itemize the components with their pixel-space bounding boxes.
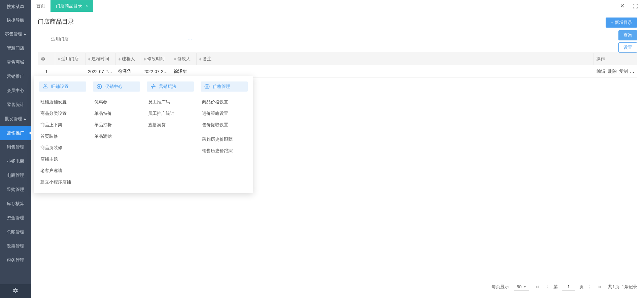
sidebar-quick-nav[interactable]: 快捷导航 (0, 13, 31, 27)
sidebar-funds[interactable]: 资金管理 (0, 211, 31, 225)
sort-icon (58, 58, 60, 61)
table-row[interactable]: 1 2022-07-27 11: 徐泽华 2022-07-27 11: 徐泽华 … (38, 65, 637, 78)
sidebar-inventory[interactable]: 库存核算 (0, 197, 31, 211)
popover-item[interactable]: 单品满赠 (93, 131, 140, 142)
ellipsis-icon[interactable]: ⋯ (188, 36, 193, 42)
fullscreen-button[interactable] (629, 1, 641, 11)
fullscreen-icon (633, 3, 638, 9)
popover-item[interactable]: 单品特价 (93, 108, 140, 119)
table-container: 适用门店 建档时间 建档人 修改时间 修改人 备注 操作 1 2022-07-2… (38, 53, 637, 78)
popover-item[interactable]: 售价提取设置 (201, 119, 248, 131)
sidebar-footer-settings[interactable] (0, 284, 31, 298)
op-del[interactable]: 删除 (608, 69, 617, 74)
op-copy[interactable]: 复制 (619, 69, 628, 74)
sidebar: 搜索菜单 快捷导航 零售管理 智慧门店 零售商城 营销推广 会员中心 零售统计 … (0, 0, 31, 298)
popover-item[interactable]: 直播卖货 (147, 119, 194, 131)
sort-icon (88, 58, 90, 61)
th-modify-time[interactable]: 修改时间 (141, 53, 171, 65)
th-modifier[interactable]: 修改人 (171, 53, 196, 65)
popover-item[interactable]: 优惠券 (93, 96, 140, 108)
popover-item[interactable]: 销售历史价跟踪 (201, 145, 248, 157)
popover-header-label: 旺铺设置 (51, 84, 69, 90)
settings-button[interactable]: 设置 (618, 42, 637, 53)
marketing-icon (150, 84, 156, 90)
sidebar-child-marketing[interactable]: 营销推广 (0, 69, 31, 84)
popover-item[interactable]: 单品打折 (93, 119, 140, 131)
cell-idx: 1 (38, 65, 55, 78)
popover-item[interactable]: 建立小程序店铺 (39, 176, 86, 188)
per-page-select[interactable]: 50 (514, 283, 529, 291)
filter-label-store: 适用门店 (51, 36, 69, 42)
op-view[interactable]: 查看 (631, 69, 637, 74)
close-icon[interactable]: × (86, 4, 88, 8)
page-label-pre: 第 (553, 284, 558, 290)
sidebar-ecommerce[interactable]: 电商管理 (0, 168, 31, 183)
sidebar-wholesale-label: 批发管理 (5, 116, 22, 122)
sidebar-ledger[interactable]: 总账管理 (0, 225, 31, 239)
popover-item[interactable]: 商品价格设置 (201, 96, 248, 108)
sidebar-child-marketing-promo[interactable]: 营销推广 (0, 126, 31, 140)
sidebar-child-smart-store[interactable]: 智慧门店 (0, 41, 31, 55)
popover-header-shop: 旺铺设置 (39, 81, 86, 92)
popover-item[interactable]: 进价策略设置 (201, 108, 248, 119)
popover-item[interactable]: 老客户邀请 (39, 165, 86, 176)
page-first[interactable]: ⏮ (534, 284, 540, 290)
sidebar-purchase[interactable]: 采购管理 (0, 183, 31, 197)
sidebar-child-sales-mgmt[interactable]: 销售管理 (0, 140, 31, 154)
th-store[interactable]: 适用门店 (55, 53, 85, 65)
popover-item[interactable]: 采购历史价跟踪 (201, 134, 248, 145)
header-row: 门店商品目录 适用门店 ⋯ + 新增目录 查询 设置 (38, 18, 637, 53)
sidebar-child-retail-mall[interactable]: 零售商城 (0, 55, 31, 69)
th-label: 建档人 (122, 56, 135, 61)
page-number-input[interactable] (562, 283, 575, 291)
sidebar-retail-mgmt[interactable]: 零售管理 (0, 27, 31, 41)
popover-item[interactable]: 商品页装修 (39, 142, 86, 154)
op-edit[interactable]: 编辑 (597, 69, 605, 74)
shop-icon (42, 84, 48, 90)
divider (201, 132, 248, 132)
popover-item[interactable]: 员工推广统计 (147, 108, 194, 119)
th-op: 操作 (593, 53, 637, 65)
popover-item[interactable]: 商品上下架 (39, 119, 86, 131)
store-filter-input[interactable] (71, 36, 193, 41)
sidebar-search-menu[interactable]: 搜索菜单 (0, 0, 31, 13)
filter-input-wrap: ⋯ (71, 35, 193, 43)
sidebar-wholesale-mgmt[interactable]: 批发管理 (0, 112, 31, 126)
th-creator[interactable]: 建档人 (115, 53, 141, 65)
th-create-time[interactable]: 建档时间 (85, 53, 115, 65)
sort-icon (174, 58, 176, 61)
popover-item[interactable]: 旺铺店铺设置 (39, 96, 86, 108)
close-all-button[interactable]: ✕ (617, 1, 628, 11)
page-last[interactable]: ⏭ (598, 284, 603, 290)
page-prev[interactable]: 〈 (544, 283, 549, 291)
sidebar-child-retail-stats[interactable]: 零售统计 (0, 98, 31, 112)
sidebar-child-label: 营销推广 (7, 130, 24, 135)
cell-modifier: 徐泽华 (171, 65, 196, 78)
tab-label: 门店商品目录 (56, 3, 82, 8)
buttons-right: + 新增目录 查询 设置 (606, 18, 637, 53)
popover-item[interactable]: 员工推广码 (147, 96, 194, 108)
query-button[interactable]: 查询 (618, 30, 637, 40)
th-remark[interactable]: 备注 (196, 53, 593, 65)
th-gear[interactable] (38, 53, 55, 65)
sidebar-child-member[interactable]: 会员中心 (0, 84, 31, 98)
sidebar-xiaochang[interactable]: 小畅电商 (0, 154, 31, 168)
sidebar-invoice[interactable]: 发票管理 (0, 239, 31, 253)
popover-item[interactable]: 商品分类设置 (39, 108, 86, 119)
chevron-down-icon (523, 286, 526, 288)
tab-store-catalog[interactable]: 门店商品目录 × (50, 0, 93, 12)
add-catalog-button[interactable]: + 新增目录 (606, 18, 637, 28)
sidebar-tax[interactable]: 税务管理 (0, 253, 31, 267)
promo-icon (96, 84, 102, 90)
popover-item[interactable]: 店铺主题 (39, 154, 86, 165)
price-icon (204, 84, 210, 90)
chevron-up-icon (24, 118, 26, 120)
sort-icon (199, 58, 201, 61)
page-summary: 共1页, 1条记录 (608, 284, 637, 290)
popover-item[interactable]: 首页装修 (39, 131, 86, 142)
popover-header-label: 营销玩法 (159, 84, 176, 90)
tab-home[interactable]: 首页 (31, 0, 50, 12)
tabs-bar: 首页 门店商品目录 × ✕ (31, 0, 644, 12)
page-next[interactable]: 〉 (588, 283, 594, 291)
chevron-up-icon (24, 33, 26, 35)
